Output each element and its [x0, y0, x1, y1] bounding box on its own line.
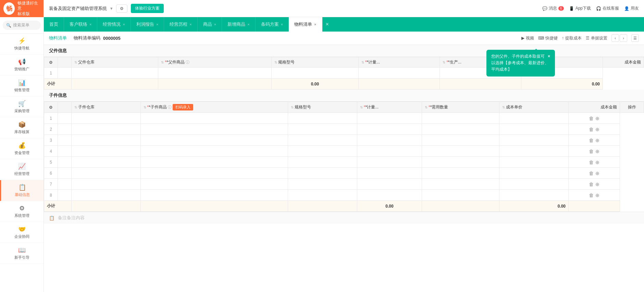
shortcut-action[interactable]: ⌨ 快捷键	[538, 35, 558, 41]
delete-icon-1[interactable]: 🗑	[589, 127, 594, 132]
child-row-qty-4[interactable]	[357, 157, 422, 168]
delete-icon-7[interactable]: 🗑	[589, 192, 594, 198]
tab-close-barcode[interactable]: ×	[281, 22, 283, 26]
copy-icon-0[interactable]: ⊕	[595, 116, 599, 121]
sidebar-item-marketing[interactable]: 📢 营销推广	[0, 55, 44, 75]
tab-close-new-goods[interactable]: ×	[247, 22, 249, 26]
child-row-qty-0[interactable]	[357, 113, 422, 124]
tab-profit[interactable]: 利润报告 ×	[131, 17, 164, 32]
delete-icon-0[interactable]: 🗑	[589, 116, 594, 121]
user-btn[interactable]: 👤 用友	[624, 5, 639, 11]
child-row-warehouse-0[interactable]	[58, 113, 72, 124]
sidebar-item-quick-nav[interactable]: ⚡ 快捷导航	[0, 34, 44, 55]
child-row-unit-6[interactable]	[288, 179, 357, 190]
child-row-unit-cost-3[interactable]	[422, 146, 499, 157]
child-row-warehouse-1[interactable]	[58, 124, 72, 135]
next-arrow[interactable]: ›	[620, 34, 627, 42]
tab-home[interactable]: 首页	[44, 17, 64, 32]
parent-row-unit[interactable]	[272, 68, 358, 79]
tab-goods[interactable]: 商品 ×	[198, 17, 222, 32]
child-row-product-7[interactable]	[72, 190, 141, 201]
child-row-unit-cost-6[interactable]	[422, 179, 499, 190]
child-row-warehouse-4[interactable]	[58, 157, 72, 168]
online-service-btn[interactable]: 🎧 在线客服	[596, 5, 619, 11]
delete-icon-4[interactable]: 🗑	[589, 160, 594, 165]
settings-button[interactable]: ⚙	[116, 4, 127, 13]
child-row-unit-5[interactable]	[288, 168, 357, 179]
app-download-btn[interactable]: 📱 App下载	[569, 5, 591, 11]
child-row-warehouse-2[interactable]	[58, 135, 72, 146]
tab-history[interactable]: 经营历程 ×	[164, 17, 197, 32]
copy-icon-2[interactable]: ⊕	[595, 138, 599, 143]
child-row-unit-cost-0[interactable]	[422, 113, 499, 124]
sidebar-item-operations[interactable]: 📈 经营管理	[0, 159, 44, 180]
try-btn[interactable]: 体验行业方案	[131, 4, 164, 13]
child-row-qty-6[interactable]	[357, 179, 422, 190]
child-th-settings[interactable]: ⚙	[44, 102, 58, 113]
tab-close-goods[interactable]: ×	[214, 22, 216, 26]
prev-arrow[interactable]: ‹	[611, 34, 619, 42]
child-row-qty-3[interactable]	[357, 146, 422, 157]
child-row-spec-7[interactable]	[140, 190, 288, 201]
child-row-spec-5[interactable]	[140, 168, 288, 179]
sidebar-item-system[interactable]: ⚙ 系统管理	[0, 201, 44, 222]
copy-icon-4[interactable]: ⊕	[595, 160, 599, 165]
view-action[interactable]: ▶ 视频	[521, 35, 534, 41]
child-row-product-4[interactable]	[72, 157, 141, 168]
child-info-icon[interactable]: ⓘ	[168, 105, 172, 110]
child-row-unit-cost-5[interactable]	[422, 168, 499, 179]
copy-icon-3[interactable]: ⊕	[595, 149, 599, 154]
sidebar-item-sales[interactable]: 📊 销售管理	[0, 75, 44, 96]
parent-row-warehouse[interactable]	[58, 68, 72, 79]
child-row-unit-cost-2[interactable]	[422, 135, 499, 146]
parent-th-settings[interactable]: ⚙	[44, 57, 58, 68]
tab-close-history[interactable]: ×	[189, 22, 191, 26]
tab-close-profit[interactable]: ×	[156, 22, 158, 26]
child-row-product-5[interactable]	[72, 168, 141, 179]
child-row-unit-cost-7[interactable]	[422, 190, 499, 201]
sidebar-item-purchase[interactable]: 🛒 采购管理	[0, 96, 44, 117]
tab-new-goods[interactable]: 新增商品 ×	[222, 17, 255, 32]
parent-row-spec[interactable]	[158, 68, 272, 79]
delete-icon-3[interactable]: 🗑	[589, 149, 594, 154]
child-row-qty-7[interactable]	[357, 190, 422, 201]
scan-input-btn[interactable]: 扫码录入	[173, 104, 193, 110]
child-row-warehouse-3[interactable]	[58, 146, 72, 157]
child-row-spec-2[interactable]	[140, 135, 288, 146]
search-menu-button[interactable]: 🔍 搜索菜单	[3, 21, 41, 30]
sidebar-item-basic-info[interactable]: 📋 基础信息	[0, 180, 44, 201]
child-row-unit-1[interactable]	[288, 124, 357, 135]
close-all-tabs[interactable]: ×	[322, 21, 332, 27]
tab-close-operations[interactable]: ×	[123, 22, 125, 26]
child-row-unit-cost-1[interactable]	[422, 124, 499, 135]
child-row-spec-6[interactable]	[140, 179, 288, 190]
delete-icon-2[interactable]: 🗑	[589, 138, 594, 143]
sidebar-item-inventory[interactable]: 📦 库存核算	[0, 117, 44, 138]
copy-icon-5[interactable]: ⊕	[595, 171, 599, 176]
child-row-unit-2[interactable]	[288, 135, 357, 146]
delete-icon-5[interactable]: 🗑	[589, 171, 594, 176]
child-row-product-0[interactable]	[72, 113, 141, 124]
child-row-spec-3[interactable]	[140, 146, 288, 157]
sidebar-item-guide[interactable]: 📖 新手引导	[0, 243, 44, 264]
tab-bom[interactable]: 物料清单 ×	[289, 17, 322, 32]
tab-customer[interactable]: 客户联络 ×	[64, 17, 97, 32]
parent-row-produce[interactable]	[358, 68, 440, 79]
breadcrumb-bom[interactable]: 物料清单	[49, 35, 67, 40]
child-row-unit-0[interactable]	[288, 113, 357, 124]
messages-btn[interactable]: 💬 消息 6	[542, 5, 564, 11]
child-row-unit-3[interactable]	[288, 146, 357, 157]
copy-icon-7[interactable]: ⊕	[595, 192, 599, 198]
tooltip-close-btn[interactable]: ×	[548, 53, 550, 60]
child-row-unit-4[interactable]	[288, 157, 357, 168]
child-row-unit-7[interactable]	[288, 190, 357, 201]
copy-icon-1[interactable]: ⊕	[595, 127, 599, 132]
child-row-product-2[interactable]	[72, 135, 141, 146]
info-icon[interactable]: ⓘ	[186, 60, 189, 65]
child-row-warehouse-7[interactable]	[58, 190, 72, 201]
sidebar-item-enterprise[interactable]: 🤝 企业协同	[0, 222, 44, 243]
child-row-warehouse-5[interactable]	[58, 168, 72, 179]
child-row-unit-cost-4[interactable]	[422, 157, 499, 168]
tab-close-bom[interactable]: ×	[314, 22, 316, 26]
child-row-qty-5[interactable]	[357, 168, 422, 179]
